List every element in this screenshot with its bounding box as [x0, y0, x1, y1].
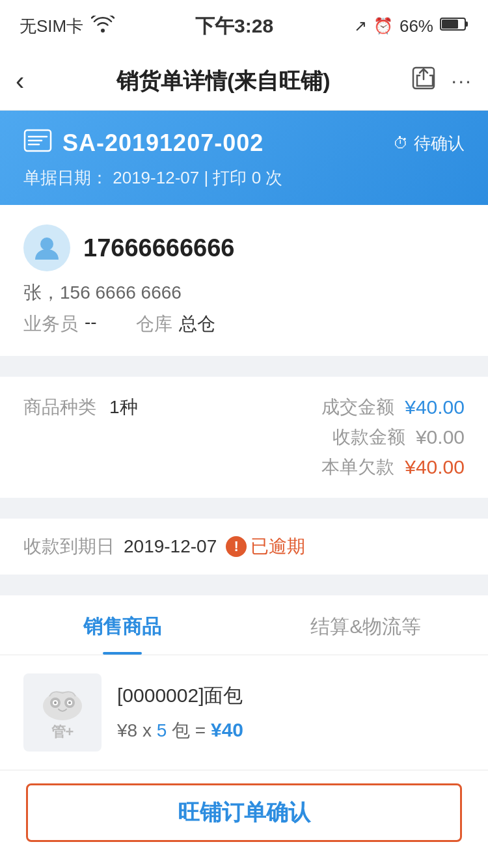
status-left: 无SIM卡 — [20, 15, 115, 38]
sim-status: 无SIM卡 — [20, 15, 83, 38]
order-date-value: 2019-12-07 — [113, 168, 199, 187]
amount-value: ¥40.00 — [405, 396, 465, 418]
product-price: ¥8 — [117, 720, 137, 740]
confirm-order-button[interactable]: 旺铺订单确认 — [26, 783, 462, 842]
due-label: 收款到期日 — [23, 534, 115, 559]
wifi-icon — [91, 16, 115, 37]
status-time: 下午3:28 — [195, 13, 273, 40]
order-date-row: 单据日期： 2019-12-07 | 打印 0 次 — [23, 167, 465, 189]
due-date-value: 2019-12-07 — [124, 536, 217, 557]
price-multiplier: x — [142, 720, 157, 740]
tab-settlement[interactable]: 结算&物流等 — [244, 595, 488, 655]
customer-phone: 17666666666 — [83, 234, 234, 262]
balance-value: ¥40.00 — [405, 456, 465, 478]
receipt-value: ¥0.00 — [416, 426, 465, 448]
tabs-section: 销售商品 结算&物流等 — [0, 595, 488, 770]
receipt-label: 收款金额 — [332, 425, 405, 450]
svg-point-12 — [68, 701, 71, 704]
nav-actions: ··· — [412, 66, 472, 96]
brand-plus: 管+ — [51, 722, 74, 742]
amount-row: 成交金额 ¥40.00 — [321, 395, 465, 420]
status-right: ↗ ⏰ 66% — [354, 16, 468, 36]
order-number: SA-20191207-002 — [62, 129, 264, 157]
svg-rect-1 — [442, 20, 458, 29]
due-section: 收款到期日 2019-12-07 ! 已逾期 — [0, 519, 488, 575]
product-info: [0000002]面包 ¥8 x 5 包 = ¥40 — [117, 683, 465, 743]
back-button[interactable]: ‹ — [16, 60, 34, 102]
order-icon — [23, 129, 52, 157]
product-thumb-inner: 管+ — [40, 683, 85, 742]
price-equals: = — [195, 720, 211, 740]
order-status: ⏱ 待确认 — [393, 132, 465, 155]
more-icon[interactable]: ··· — [451, 69, 472, 93]
product-thumbnail: 管+ — [23, 673, 102, 752]
svg-point-6 — [43, 692, 82, 720]
location-icon: ↗ — [354, 17, 367, 35]
product-total: ¥40 — [211, 719, 243, 740]
date-label: 单据日期： — [23, 168, 108, 187]
summary-left: 商品种类 1种 — [23, 395, 138, 420]
page-title: 销货单详情(来自旺铺) — [34, 66, 412, 96]
share-icon[interactable] — [412, 66, 435, 96]
battery-level: 66% — [400, 16, 433, 36]
product-list: 管+ [0000002]面包 ¥8 x 5 包 = ¥40 — [0, 655, 488, 770]
balance-row: 本单欠款 ¥40.00 — [321, 455, 465, 480]
warehouse-meta: 仓库 总仓 — [136, 312, 215, 336]
summary-row: 商品种类 1种 成交金额 ¥40.00 收款金额 ¥0.00 本单欠款 ¥40.… — [23, 395, 465, 480]
product-item: 管+ [0000002]面包 ¥8 x 5 包 = ¥40 — [0, 655, 488, 770]
status-text: 待确认 — [414, 132, 465, 155]
svg-point-11 — [54, 701, 57, 704]
svg-point-5 — [40, 237, 53, 251]
customer-top: 17666666666 — [23, 224, 465, 271]
warehouse-value: 总仓 — [179, 312, 215, 336]
salesperson-value: -- — [85, 312, 97, 336]
customer-meta: 业务员 -- 仓库 总仓 — [23, 312, 465, 336]
customer-section: 17666666666 张，156 6666 6666 业务员 -- 仓库 总仓 — [0, 205, 488, 356]
balance-label: 本单欠款 — [321, 455, 394, 480]
order-header-top: SA-20191207-002 ⏱ 待确认 — [23, 129, 465, 157]
overdue-badge: ! 已逾期 — [226, 534, 305, 559]
divider-1 — [0, 366, 488, 377]
amount-label: 成交金额 — [321, 395, 394, 420]
receipt-row: 收款金额 ¥0.00 — [332, 425, 465, 450]
warehouse-label: 仓库 — [136, 312, 172, 336]
salesperson-label: 业务员 — [23, 312, 78, 336]
avatar — [23, 224, 70, 271]
divider-2 — [0, 508, 488, 519]
tabs-header: 销售商品 结算&物流等 — [0, 595, 488, 655]
product-type-label: 商品种类 — [23, 395, 96, 420]
order-header: SA-20191207-002 ⏱ 待确认 单据日期： 2019-12-07 |… — [0, 111, 488, 205]
price-unit: 包 — [172, 720, 190, 740]
product-price-row: ¥8 x 5 包 = ¥40 — [117, 718, 465, 743]
tab-products[interactable]: 销售商品 — [0, 595, 244, 655]
product-name: [0000002]面包 — [117, 683, 465, 709]
clock-icon: ⏱ — [393, 134, 409, 152]
product-type-value: 1种 — [109, 395, 138, 420]
product-qty: 5 — [157, 720, 167, 740]
salesperson-meta: 业务员 -- — [23, 312, 97, 336]
summary-section: 商品种类 1种 成交金额 ¥40.00 收款金额 ¥0.00 本单欠款 ¥40.… — [0, 377, 488, 498]
nav-bar: ‹ 销货单详情(来自旺铺) ··· — [0, 52, 488, 111]
alarm-icon: ⏰ — [373, 17, 393, 35]
bottom-bar: 旺铺订单确认 — [0, 770, 488, 868]
summary-right: 成交金额 ¥40.00 收款金额 ¥0.00 本单欠款 ¥40.00 — [321, 395, 465, 480]
overdue-warning-icon: ! — [226, 536, 247, 557]
customer-name-phone: 张，156 6666 6666 — [23, 280, 465, 305]
status-bar: 无SIM卡 下午3:28 ↗ ⏰ 66% — [0, 0, 488, 52]
print-text: 打印 0 次 — [213, 168, 282, 187]
overdue-text: 已逾期 — [251, 534, 305, 559]
battery-icon — [440, 16, 468, 36]
svg-rect-2 — [465, 21, 468, 27]
divider-3 — [0, 585, 488, 595]
